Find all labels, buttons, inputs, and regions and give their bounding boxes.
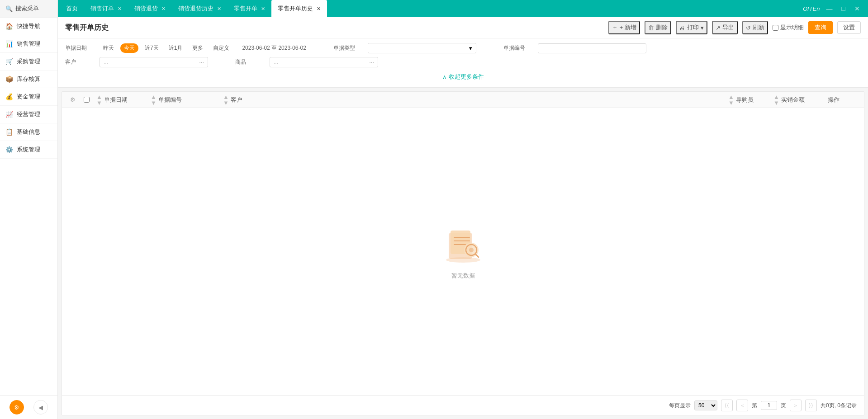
window-max-button[interactable]: □ — [839, 4, 848, 13]
tab-retail-history-close[interactable]: ✕ — [317, 6, 321, 12]
current-page-input[interactable] — [761, 401, 777, 410]
date-last-month[interactable]: 近1月 — [165, 43, 186, 53]
sidebar-item-operation[interactable]: 📈 经营管理 — [0, 106, 57, 123]
sidebar-item-label: 采购管理 — [17, 57, 40, 66]
system-icon: ⚙️ — [5, 146, 13, 153]
tab-retail-open-label: 零售开单 — [234, 5, 257, 13]
date-more[interactable]: 更多 — [189, 43, 207, 53]
page-unit: 页 — [781, 402, 786, 410]
sidebar-item-quick-nav[interactable]: 🏠 快捷导航 — [0, 18, 57, 35]
tab-retail-open-close[interactable]: ✕ — [261, 6, 265, 12]
display-cols-label: 显示明细 — [780, 24, 804, 32]
svg-point-9 — [469, 248, 474, 252]
sidebar-item-sales[interactable]: 📊 销售管理 — [0, 35, 57, 53]
table-area: ⚙ ▲▼ 单据日期 ▲▼ 单据编号 ▲▼ 客户 ▲▼ 导 — [62, 91, 864, 415]
sidebar-item-system[interactable]: ⚙️ 系统管理 — [0, 141, 57, 159]
page-word: 第 — [752, 402, 757, 410]
th-date[interactable]: ▲▼ 单据日期 — [93, 94, 147, 106]
add-button[interactable]: ＋ + 新增 — [608, 21, 640, 34]
sidebar-item-inventory[interactable]: 📦 库存核算 — [0, 71, 57, 88]
customer-dots: ··· — [199, 59, 204, 66]
column-settings-button[interactable]: ⚙ — [66, 96, 80, 103]
main-area: 首页 销售订单 ✕ 销货退货 ✕ 销货退货历史 ✕ 零售开单 ✕ 零售开单历史 … — [58, 0, 868, 419]
product-input-wrapper[interactable]: ··· — [270, 57, 378, 67]
next-page-button[interactable]: ＞ — [790, 400, 802, 411]
display-cols-checkbox[interactable] — [773, 25, 778, 31]
th-date-label: 单据日期 — [104, 96, 128, 104]
tab-retail-history[interactable]: 零售开单历史 ✕ — [271, 0, 327, 17]
sidebar-item-finance[interactable]: 💰 资金管理 — [0, 88, 57, 106]
th-num[interactable]: ▲▼ 单据编号 — [147, 94, 219, 106]
window-close-button[interactable]: ✕ — [852, 4, 863, 13]
th-action: 操作 — [824, 96, 860, 104]
sidebar-item-label: 资金管理 — [17, 93, 40, 101]
delete-label: 删除 — [656, 24, 668, 32]
th-guide[interactable]: ▲▼ 导购员 — [725, 94, 770, 106]
date-yesterday[interactable]: 昨天 — [100, 43, 118, 53]
select-all-input[interactable] — [84, 97, 90, 103]
customer-input-wrapper[interactable]: ··· — [100, 57, 208, 67]
toolbar: 零售开单历史 ＋ + 新增 🗑 删除 🖨 打印 ▾ ↗ 导出 — [58, 17, 868, 38]
print-button[interactable]: 🖨 打印 ▾ — [676, 21, 707, 34]
tab-sales-return[interactable]: 销货退货 ✕ — [128, 0, 172, 17]
settings-button[interactable]: ⚙ — [9, 400, 24, 414]
th-amount-label: 实销金额 — [781, 96, 805, 104]
th-amount[interactable]: ▲▼ 实销金额 — [770, 94, 824, 106]
operation-icon: 📈 — [5, 111, 13, 118]
tab-home[interactable]: 首页 — [60, 2, 84, 15]
empty-illustration — [441, 224, 486, 264]
add-label: + 新增 — [620, 24, 636, 32]
tab-sales-order[interactable]: 销售订单 ✕ — [84, 0, 128, 17]
sidebar: 🔍 搜索采单 🏠 快捷导航 📊 销售管理 🛒 采购管理 📦 库存核算 💰 资金管… — [0, 0, 58, 419]
settings-filter-button[interactable]: 设置 — [837, 21, 861, 34]
sidebar-search[interactable]: 🔍 搜索采单 — [0, 0, 57, 18]
last-page-button[interactable]: ⟩⟩ — [805, 400, 817, 411]
tab-sales-return-close[interactable]: ✕ — [161, 6, 166, 12]
tab-retail-open[interactable]: 零售开单 ✕ — [228, 0, 271, 17]
tab-retail-history-label: 零售开单历史 — [278, 5, 313, 13]
window-min-button[interactable]: — — [824, 4, 835, 13]
export-button[interactable]: ↗ 导出 — [712, 21, 738, 34]
th-customer[interactable]: ▲▼ 客户 — [219, 94, 725, 106]
tab-sales-return-history[interactable]: 销货退货历史 ✕ — [172, 0, 228, 17]
refresh-icon: ↺ — [746, 24, 751, 31]
refresh-button[interactable]: ↺ 刷新 — [742, 21, 768, 34]
display-cols-toggle[interactable]: 显示明细 — [773, 24, 804, 32]
sidebar-item-label: 库存核算 — [17, 75, 40, 83]
finance-icon: 💰 — [5, 93, 13, 100]
query-label: 查询 — [815, 24, 826, 31]
product-input[interactable] — [274, 59, 369, 66]
sidebar-item-purchase[interactable]: 🛒 采购管理 — [0, 53, 57, 71]
customer-label: 客户 — [65, 58, 90, 66]
customer-input[interactable] — [104, 59, 199, 66]
basic-icon: 📋 — [5, 128, 13, 136]
sidebar-item-label: 快捷导航 — [17, 22, 40, 30]
date-custom[interactable]: 自定义 — [209, 43, 233, 53]
doc-num-label: 单据编号 — [503, 44, 529, 52]
collapse-filter-button[interactable]: ∧ 收起更多条件 — [65, 71, 861, 83]
print-icon: 🖨 — [679, 24, 685, 31]
tabs-bar: 首页 销售订单 ✕ 销货退货 ✕ 销货退货历史 ✕ 零售开单 ✕ 零售开单历史 … — [58, 0, 868, 17]
content-area: 零售开单历史 ＋ + 新增 🗑 删除 🖨 打印 ▾ ↗ 导出 — [58, 17, 868, 419]
prev-page-button[interactable]: ＜ — [736, 400, 748, 411]
th-num-label: 单据编号 — [158, 96, 182, 104]
select-all-checkbox[interactable] — [80, 97, 93, 103]
date-today[interactable]: 今天 — [120, 43, 138, 53]
doc-num-input-wrapper[interactable] — [538, 43, 646, 53]
print-label: 打印 — [687, 24, 699, 32]
product-label: 商品 — [235, 58, 261, 66]
per-page-select[interactable]: 50 100 200 — [694, 400, 717, 410]
query-button[interactable]: 查询 — [808, 21, 833, 34]
doc-num-input[interactable] — [542, 45, 642, 52]
tabs-right: OfTEn — □ ✕ — [803, 4, 866, 13]
delete-button[interactable]: 🗑 删除 — [645, 21, 671, 34]
date-last7[interactable]: 近7天 — [141, 43, 162, 53]
collapse-sidebar-button[interactable]: ◀ — [33, 400, 48, 414]
doc-type-select[interactable]: ▾ — [368, 43, 476, 53]
tab-sales-order-label: 销售订单 — [90, 5, 114, 13]
filter-row-1: 单据日期 昨天 今天 近7天 近1月 更多 自定义 2023-06-02 至 2… — [65, 43, 861, 53]
first-page-button[interactable]: ⟨⟨ — [721, 400, 733, 411]
sidebar-item-basic[interactable]: 📋 基础信息 — [0, 123, 57, 141]
tab-sales-return-history-close[interactable]: ✕ — [217, 6, 221, 12]
tab-sales-order-close[interactable]: ✕ — [118, 6, 122, 12]
